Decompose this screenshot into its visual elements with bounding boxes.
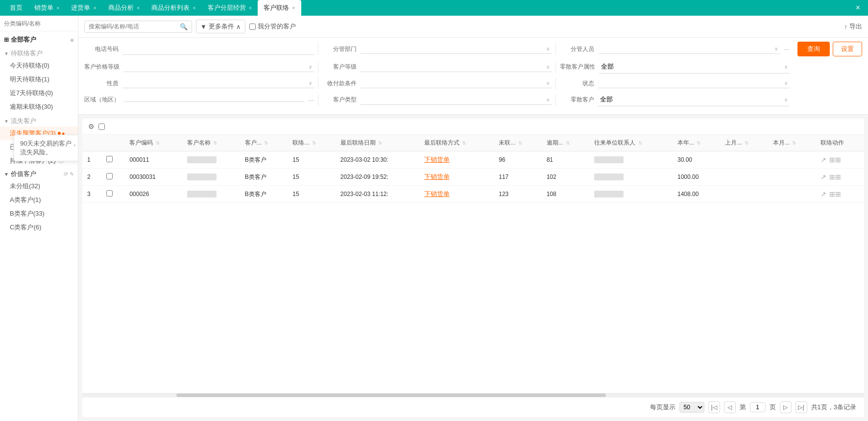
person-chevron: ∨ (774, 46, 778, 51)
customer-type-select[interactable]: ∨ (361, 95, 552, 105)
per-page-select[interactable]: 50 100 200 (679, 402, 704, 413)
col-overdue[interactable]: 逾期... ⇅ (542, 135, 589, 151)
more-icon-1[interactable]: ⊞⊞ (829, 156, 841, 164)
cell-check-2[interactable] (101, 169, 125, 186)
cell-contact-type-3[interactable]: 下销货单 (419, 186, 494, 203)
close-purchase-tab[interactable]: × (93, 5, 96, 11)
close-customer-seg-tab[interactable]: × (249, 5, 252, 11)
col-code[interactable]: 客户编码 ⇅ (124, 135, 182, 151)
sidebar-group-value[interactable]: ▼ 价值客户 ⟳ ✎ (0, 168, 78, 179)
sidebar-item-class-a[interactable]: A类客户(1) (0, 193, 78, 207)
cell-contact-type-1[interactable]: 下销货单 (419, 151, 494, 169)
prev-page-button[interactable]: ◁ (724, 401, 736, 413)
sidebar-item-today-pending[interactable]: 今天待联络(0) (0, 59, 78, 73)
person-more-icon[interactable]: ··· (784, 45, 790, 53)
more-conditions-button[interactable]: ▼ 更多条件 ∧ (196, 20, 245, 33)
cell-nocontact-1: 96 (494, 151, 541, 169)
col-contacts[interactable]: 联络... ⇅ (288, 135, 335, 151)
nature-select[interactable]: ∨ (122, 78, 314, 88)
col-no-contact[interactable]: 未联... ⇅ (494, 135, 541, 151)
filter-phone: 电话号码 (84, 44, 314, 55)
payment-select[interactable]: ∨ (361, 78, 552, 88)
sidebar-item-7days-pending[interactable]: 近7天待联络(0) (0, 86, 78, 100)
close-product-analysis-tab[interactable]: × (137, 5, 140, 11)
retail-attr-select[interactable]: 全部 ∨ (599, 60, 790, 74)
arrow-down-icon: ▼ (4, 51, 9, 56)
sidebar-item-ungrouped[interactable]: 未分组(32) (0, 179, 78, 193)
nav-customer-contact[interactable]: 客户联络 × (258, 0, 301, 16)
select-all-checkbox[interactable] (98, 124, 105, 130)
close-customer-contact-tab[interactable]: × (292, 5, 295, 11)
query-button[interactable]: 查询 (797, 42, 830, 56)
sidebar-item-class-b[interactable]: B类客户(33) (0, 207, 78, 221)
row-2-checkbox[interactable] (106, 173, 113, 179)
sidebar-group-lost[interactable]: ▼ 流失客户 (0, 114, 78, 126)
table-settings-icon[interactable]: ⚙ (88, 123, 95, 130)
my-customers-checkbox-label[interactable]: 我分管的客户 (249, 22, 296, 31)
contact-type-link-3[interactable]: 下销货单 (424, 190, 450, 198)
close-all-tabs[interactable]: × (856, 3, 860, 12)
price-level-select[interactable]: ∨ (123, 62, 314, 72)
sidebar-item-overdue-contact[interactable]: 逾期未联络(30) (0, 100, 78, 114)
sidebar-item-tomorrow-pending[interactable]: 明天待联络(1) (0, 73, 78, 86)
arrow-down-icon-value: ▼ (4, 172, 9, 177)
sidebar-item-class-c[interactable]: C类客户(6) (0, 221, 78, 234)
nav-customer-segmentation[interactable]: 客户分层经营 × (202, 0, 258, 16)
cell-contact-type-2[interactable]: 下销货单 (419, 169, 494, 186)
col-contact-person[interactable]: 往来单位联系人 ⇅ (589, 135, 673, 151)
phone-input[interactable] (122, 44, 314, 55)
sidebar-search-input[interactable] (4, 20, 77, 27)
link-icon-1[interactable]: ↗ (820, 156, 826, 164)
blurred-name-2 (187, 173, 217, 180)
link-icon-2[interactable]: ↗ (820, 173, 826, 181)
filter-row-1: 电话号码 分管部门 ∨ 分管人员 ∨ (84, 42, 862, 56)
region-more-icon[interactable]: ··· (308, 96, 314, 104)
col-last-contact-type[interactable]: 最后联络方式 ⇅ (419, 135, 494, 151)
cell-thismonth-3 (768, 186, 816, 203)
cell-check-1[interactable] (101, 151, 125, 169)
search-button[interactable]: 🔍 (180, 23, 188, 30)
nav-product-analysis-list[interactable]: 商品分析列表 × (145, 0, 201, 16)
retail-customer-select[interactable]: 全部 ∨ (598, 93, 790, 106)
nav-product-analysis[interactable]: 商品分析 × (102, 0, 145, 16)
value-group-edit-icons[interactable]: ⟳ ✎ (64, 171, 74, 177)
next-page-button[interactable]: ▷ (780, 401, 792, 413)
link-icon-3[interactable]: ↗ (820, 190, 826, 198)
cell-check-3[interactable] (101, 186, 125, 203)
export-button[interactable]: ↑ 导出 (844, 22, 863, 31)
sidebar-group-pending[interactable]: ▼ 待联络客户 (0, 46, 78, 59)
more-icon-2[interactable]: ⊞⊞ (829, 173, 841, 181)
page-number-input[interactable] (750, 402, 766, 412)
contact-type-link-1[interactable]: 下销货单 (424, 156, 450, 163)
horizontal-scrollbar[interactable] (82, 393, 864, 397)
close-sales-tab[interactable]: × (56, 5, 59, 11)
last-page-button[interactable]: ▷| (796, 401, 807, 413)
dept-select[interactable]: ∨ (361, 44, 552, 54)
person-select[interactable]: ∨ (598, 44, 780, 54)
col-last-month[interactable]: 上月... ⇅ (720, 135, 768, 151)
row-3-checkbox[interactable] (106, 190, 113, 197)
region-select[interactable] (123, 98, 304, 102)
status-select[interactable]: ∨ (598, 78, 790, 88)
nav-purchase[interactable]: 进货单 × (65, 0, 102, 16)
close-product-list-tab[interactable]: × (193, 5, 195, 11)
customer-level-select[interactable]: ∨ (361, 62, 552, 72)
first-page-button[interactable]: |◁ (708, 401, 720, 413)
arrow-down-icon-lost: ▼ (4, 119, 9, 124)
settings-button[interactable]: 设置 (833, 42, 862, 56)
search-input[interactable] (89, 23, 180, 30)
table-scroll-area[interactable]: 客户编码 ⇅ 客户名称 ⇅ 客户... ⇅ 联络... ⇅ 最后联络日期 ⇅ 最… (82, 135, 864, 393)
col-last-contact-date[interactable]: 最后联络日期 ⇅ (336, 135, 419, 151)
nav-sales[interactable]: 销货单 × (28, 0, 65, 16)
my-customers-checkbox[interactable] (249, 24, 256, 30)
col-name[interactable]: 客户名称 ⇅ (182, 135, 240, 151)
sidebar-collapse-icon[interactable]: « (70, 36, 74, 44)
payment-chevron: ∨ (546, 80, 550, 86)
col-this-month[interactable]: 本月... ⇅ (768, 135, 816, 151)
col-type[interactable]: 客户... ⇅ (240, 135, 288, 151)
more-icon-3[interactable]: ⊞⊞ (829, 190, 841, 198)
nav-home[interactable]: 首页 (4, 0, 28, 16)
col-this-year[interactable]: 本年... ⇅ (673, 135, 720, 151)
contact-type-link-2[interactable]: 下销货单 (424, 173, 450, 180)
row-1-checkbox[interactable] (106, 156, 113, 162)
